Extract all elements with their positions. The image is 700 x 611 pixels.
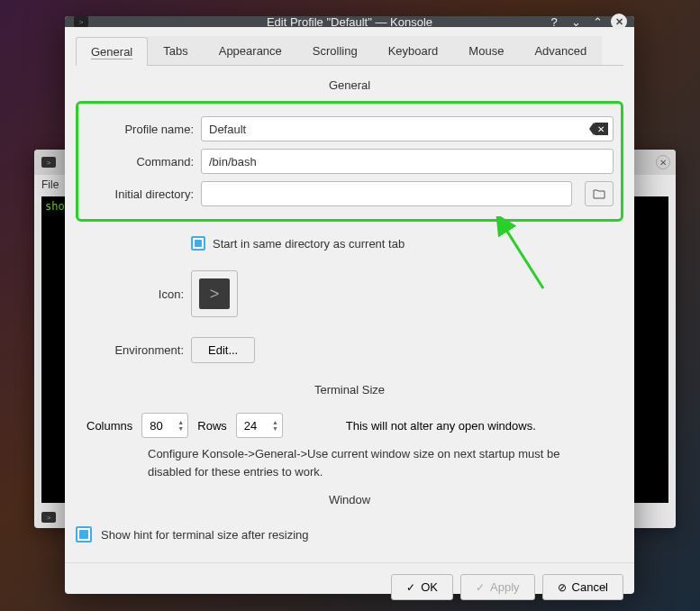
no-alter-note: This will not alter any open windows. (346, 419, 536, 433)
columns-stepper-arrows[interactable]: ▲▼ (177, 419, 184, 432)
section-heading-general: General (76, 78, 623, 92)
tab-advanced[interactable]: Advanced (519, 36, 602, 65)
initial-dir-input[interactable] (201, 181, 572, 206)
apply-button[interactable]: ✓ Apply (460, 574, 535, 600)
profile-icon-preview: > (199, 278, 230, 309)
tab-mouse[interactable]: Mouse (453, 36, 519, 65)
bg-terminal-tab-icon[interactable]: > (41, 512, 56, 523)
check-icon: ✓ (406, 581, 415, 594)
edit-profile-dialog: > Edit Profile "Default" — Konsole ? ⌄ ⌃… (65, 16, 634, 594)
minimize-button[interactable]: ⌄ (568, 14, 584, 30)
show-hint-checkbox[interactable] (76, 526, 92, 543)
dialog-button-bar: ✓ OK ✓ Apply ⊘ Cancel (65, 562, 634, 611)
folder-icon (593, 188, 605, 199)
columns-value: 80 (150, 419, 177, 433)
dialog-titlebar[interactable]: > Edit Profile "Default" — Konsole ? ⌄ ⌃… (65, 16, 634, 27)
tab-appearance[interactable]: Appearance (204, 36, 297, 65)
profile-name-label: Profile name: (86, 123, 194, 136)
help-button[interactable]: ? (546, 14, 562, 30)
profile-name-input[interactable] (201, 116, 614, 141)
show-hint-label: Show hint for terminal size after resizi… (101, 528, 308, 542)
ok-button-label: OK (421, 580, 438, 594)
icon-chooser-button[interactable]: > (191, 270, 238, 317)
environment-edit-button[interactable]: Edit... (191, 337, 255, 363)
cancel-icon: ⊘ (558, 581, 567, 594)
ok-button[interactable]: ✓ OK (391, 574, 453, 600)
same-directory-checkbox[interactable] (191, 236, 205, 251)
icon-label: Icon: (76, 287, 184, 301)
section-heading-window: Window (76, 493, 623, 506)
apply-button-label: Apply (490, 580, 520, 594)
check-icon: ✓ (476, 581, 485, 594)
columns-label: Columns (86, 419, 132, 433)
browse-folder-button[interactable] (585, 181, 614, 206)
close-button[interactable]: ✕ (611, 14, 627, 30)
command-label: Command: (86, 155, 194, 169)
rows-label: Rows (197, 419, 227, 433)
rows-stepper-arrows[interactable]: ▲▼ (272, 419, 278, 432)
tab-bar: General Tabs Appearance Scrolling Keyboa… (76, 36, 623, 66)
tab-keyboard[interactable]: Keyboard (373, 36, 454, 65)
cancel-button[interactable]: ⊘ Cancel (542, 574, 623, 600)
terminal-icon: > (41, 157, 56, 168)
config-note: Configure Konsole->General->Use current … (148, 445, 605, 480)
section-heading-terminal-size: Terminal Size (76, 383, 623, 397)
rows-spinner[interactable]: 24 ▲▼ (236, 413, 283, 438)
rows-value: 24 (244, 419, 272, 433)
tab-general[interactable]: General (76, 37, 148, 66)
cancel-button-label: Cancel (572, 580, 608, 594)
tab-tabs[interactable]: Tabs (148, 36, 203, 65)
environment-label: Environment: (76, 343, 184, 357)
same-directory-label: Start in same directory as current tab (213, 237, 405, 251)
initial-dir-label: Initial directory: (86, 187, 194, 201)
bg-terminal-close-button[interactable]: ✕ (656, 155, 670, 169)
columns-spinner[interactable]: 80 ▲▼ (141, 413, 188, 438)
clear-profile-name-icon[interactable]: ✕ (594, 123, 608, 135)
tab-scrolling[interactable]: Scrolling (297, 36, 373, 65)
command-input[interactable] (201, 149, 614, 174)
maximize-button[interactable]: ⌃ (589, 14, 605, 30)
highlight-annotation: Profile name: ✕ Command: Initial directo… (76, 101, 623, 222)
bg-terminal-file-menu[interactable]: File (41, 178, 59, 191)
